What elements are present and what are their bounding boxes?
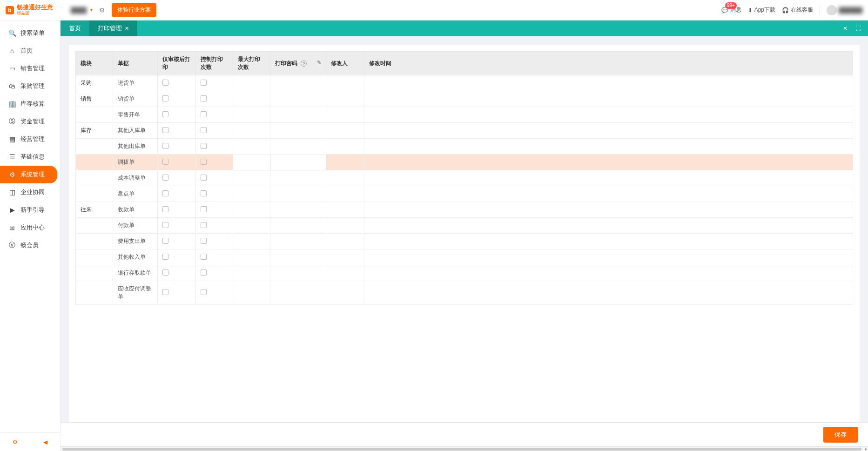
scroll-right-icon[interactable]: ▸ (865, 447, 867, 451)
avatar-icon (827, 5, 837, 15)
sidebar-item-guide[interactable]: ▶新手引导 (0, 201, 60, 219)
cell-modified-time (364, 234, 853, 249)
cell-control-count (196, 202, 233, 218)
cell-only-audit (158, 91, 196, 107)
sidebar: 🔍搜索菜单⌂首页▭销售管理🛍采购管理🏢库存核算Ⓢ资金管理▤经营管理☰基础信息⚙系… (0, 20, 61, 451)
close-tab-icon[interactable]: ✕ (840, 23, 850, 34)
horizontal-scrollbar[interactable]: ▸ (61, 446, 868, 451)
checkbox[interactable] (201, 269, 207, 276)
th-password: 打印密码 ? ✎ (270, 52, 326, 75)
sidebar-item-purchase[interactable]: 🛍采购管理 (0, 77, 60, 95)
cell-modifier (326, 265, 364, 281)
promo-button[interactable]: 体验行业方案 (112, 3, 156, 17)
tabbar: 首页打印管理✕ ✕ ⛶ (61, 20, 868, 36)
checkbox[interactable] (162, 80, 168, 86)
sidebar-item-sales[interactable]: ▭销售管理 (0, 60, 60, 77)
settings-icon[interactable]: ⚙ (13, 439, 18, 445)
checkbox[interactable] (162, 159, 168, 165)
cell-max-count[interactable] (233, 155, 270, 170)
gear-icon[interactable]: ⚙ (99, 7, 105, 14)
cell-only-audit (158, 249, 196, 265)
sidebar-item-label: 搜索菜单 (20, 29, 45, 37)
checkbox[interactable] (162, 269, 168, 276)
cell-module (76, 249, 113, 265)
sidebar-item-base[interactable]: ☰基础信息 (0, 148, 60, 166)
headset-icon: 🎧 (782, 7, 789, 13)
collapse-icon[interactable]: ◀ (43, 439, 47, 445)
cell-password (270, 281, 326, 305)
checkbox[interactable] (162, 175, 168, 181)
user-menu[interactable]: ██████ (827, 5, 862, 15)
checkbox[interactable] (201, 127, 207, 133)
sidebar-item-home[interactable]: ⌂首页 (0, 42, 60, 60)
cell-password[interactable] (270, 155, 326, 170)
checkbox[interactable] (201, 95, 207, 101)
sidebar-footer: ⚙ ◀ (0, 432, 60, 451)
table-row: 付款单 (76, 218, 853, 234)
checkbox[interactable] (162, 111, 168, 117)
app-download-link[interactable]: ⬇ App下载 (748, 6, 775, 14)
messages-link[interactable]: 💬 消息 99+ (721, 6, 741, 14)
checkbox[interactable] (201, 159, 207, 165)
cell-max-count (233, 281, 270, 305)
fullscreen-icon[interactable]: ⛶ (853, 23, 863, 34)
cell-only-audit (158, 186, 196, 202)
sidebar-item-member[interactable]: Ⓥ畅会员 (0, 236, 60, 254)
checkbox[interactable] (201, 238, 207, 244)
checkbox[interactable] (162, 222, 168, 228)
scrollbar-thumb[interactable] (62, 448, 861, 451)
sidebar-item-label: 首页 (20, 47, 33, 55)
app-download-label: App下载 (754, 6, 775, 14)
cell-only-audit (158, 281, 196, 305)
checkbox[interactable] (162, 143, 168, 149)
cell-max-count (233, 265, 270, 281)
checkbox[interactable] (201, 175, 207, 181)
th-max-count: 最大打印次数 (233, 52, 270, 75)
cell-password (270, 218, 326, 234)
tab-打印管理[interactable]: 打印管理✕ (89, 20, 137, 36)
checkbox[interactable] (201, 111, 207, 117)
checkbox[interactable] (201, 143, 207, 149)
online-service-link[interactable]: 🎧 在线客服 (782, 6, 813, 14)
checkbox[interactable] (162, 190, 168, 196)
checkbox[interactable] (162, 206, 168, 212)
header-actions: 💬 消息 99+ ⬇ App下载 🎧 在线客服 ██████ (721, 5, 862, 15)
sidebar-item-operation[interactable]: ▤经营管理 (0, 130, 60, 148)
help-icon[interactable]: ? (301, 61, 307, 67)
sidebar-item-label: 采购管理 (20, 82, 45, 90)
close-icon[interactable]: ✕ (125, 26, 129, 32)
checkbox[interactable] (162, 95, 168, 101)
checkbox[interactable] (162, 238, 168, 244)
edit-icon[interactable]: ✎ (317, 60, 321, 66)
checkbox[interactable] (201, 222, 207, 228)
checkbox[interactable] (201, 254, 207, 260)
cell-modified-time (364, 170, 853, 186)
sidebar-item-system[interactable]: ⚙系统管理 (0, 166, 57, 183)
checkbox[interactable] (201, 80, 207, 86)
sidebar-item-search[interactable]: 🔍搜索菜单 (0, 24, 60, 42)
cell-modifier (326, 91, 364, 107)
checkbox[interactable] (201, 206, 207, 212)
guide-icon: ▶ (8, 206, 16, 214)
sidebar-item-label: 畅会员 (20, 241, 39, 249)
tab-label: 首页 (69, 24, 81, 33)
cell-password (270, 249, 326, 265)
checkbox[interactable] (162, 127, 168, 133)
sidebar-item-label: 新手引导 (20, 206, 45, 214)
checkbox[interactable] (162, 289, 168, 295)
sidebar-item-stock[interactable]: 🏢库存核算 (0, 95, 60, 113)
tab-首页[interactable]: 首页 (61, 20, 89, 36)
cell-password (270, 139, 326, 155)
sidebar-item-funds[interactable]: Ⓢ资金管理 (0, 113, 60, 130)
cell-modified-time (364, 281, 853, 305)
save-button[interactable]: 保存 (823, 427, 858, 443)
sidebar-item-apps[interactable]: ⊞应用中心 (0, 219, 60, 236)
checkbox[interactable] (201, 289, 207, 295)
cell-modifier (326, 281, 364, 305)
sidebar-item-collab[interactable]: ◫企业协同 (0, 183, 60, 201)
tenant-selector[interactable]: ████ ▾ ⚙ (71, 7, 105, 14)
cell-control-count (196, 123, 233, 139)
checkbox[interactable] (162, 254, 168, 260)
checkbox[interactable] (201, 190, 207, 196)
cell-control-count (196, 170, 233, 186)
